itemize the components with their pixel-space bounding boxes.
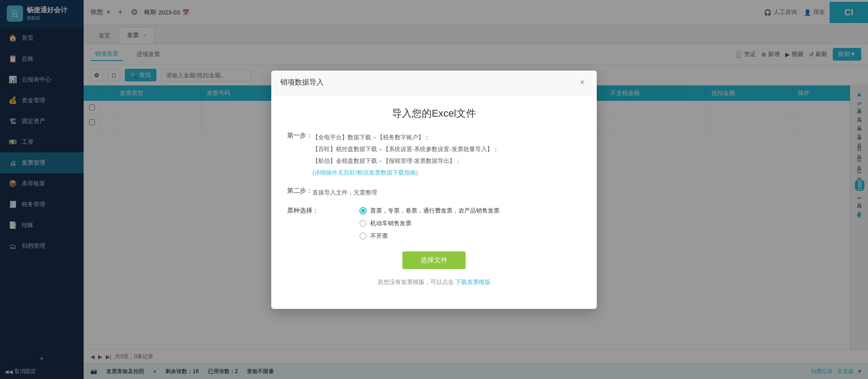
step1-label: 第一步： (287, 132, 312, 175)
step2-row: 第二步： 直接导入文件，无需整理 (287, 187, 581, 199)
modal-main-title: 导入您的Excel文件 (287, 107, 581, 120)
modal-header: 销项数据导入 × (271, 71, 597, 95)
step1-line2: 【百旺】税控盘数据下载→【系统设置-系统参数设置-发票批量导入】； (312, 143, 499, 155)
modal-footer: 若您没有发票模版，可以点击 下载发票模版 (287, 278, 581, 295)
radio-vehicle-label: 机动车销售发票 (370, 219, 411, 227)
radio-vehicle-circle (359, 220, 367, 227)
step2-section: 第二步： 直接导入文件，无需整理 (287, 187, 581, 199)
radio-general[interactable]: 普票，专票，卷票，通行费发票，农产品销售发票 (359, 207, 500, 215)
radio-noticket-circle (359, 232, 367, 240)
import-modal: 销项数据导入 × 导入您的Excel文件 第一步： 【全电平台】数据下载→【税务… (271, 71, 597, 309)
step1-line3: 【航信】金税盘数据下载→【报税管理-发票数据导出】； (312, 155, 499, 167)
step1-section: 第一步： 【全电平台】数据下载→【税务数字账户】； 【百旺】税控盘数据下载→【系… (287, 132, 581, 179)
modal-overlay: 销项数据导入 × 导入您的Excel文件 第一步： 【全电平台】数据下载→【税务… (0, 0, 868, 379)
radio-vehicle[interactable]: 机动车销售发票 (359, 219, 500, 227)
step1-link[interactable]: (详细操作见百旺/航信发票数据下载指南) (312, 167, 499, 179)
radio-noticket[interactable]: 不开票 (359, 232, 500, 240)
radio-general-circle (359, 207, 367, 214)
step1-row: 第一步： 【全电平台】数据下载→【税务数字账户】； 【百旺】税控盘数据下载→【系… (287, 132, 581, 179)
modal-body: 导入您的Excel文件 第一步： 【全电平台】数据下载→【税务数字账户】； 【百… (271, 95, 597, 309)
footer-text: 若您没有发票模版，可以点击 (377, 279, 454, 285)
step1-line1: 【全电平台】数据下载→【税务数字账户】； (312, 132, 499, 143)
step2-label: 第二步： (287, 187, 312, 195)
step2-content: 直接导入文件，无需整理 (312, 187, 377, 199)
ticket-label: 票种选择： (287, 207, 323, 215)
select-file-button[interactable]: 选择文件 (402, 251, 466, 269)
modal-title: 销项数据导入 (280, 78, 324, 87)
radio-group: 普票，专票，卷票，通行费发票，农产品销售发票 机动车销售发票 不开票 (359, 207, 500, 240)
step1-content: 【全电平台】数据下载→【税务数字账户】； 【百旺】税控盘数据下载→【系统设置-系… (312, 132, 499, 179)
ticket-select-section: 票种选择： 普票，专票，卷票，通行费发票，农产品销售发票 机动车销售发票 (287, 207, 581, 240)
radio-noticket-label: 不开票 (370, 232, 388, 240)
radio-general-dot (361, 209, 365, 213)
modal-close-button[interactable]: × (577, 77, 588, 88)
guide-link[interactable]: (详细操作见百旺/航信发票数据下载指南) (312, 169, 418, 176)
radio-general-label: 普票，专票，卷票，通行费发票，农产品销售发票 (370, 207, 500, 215)
download-template-link[interactable]: 下载发票模版 (455, 279, 491, 285)
